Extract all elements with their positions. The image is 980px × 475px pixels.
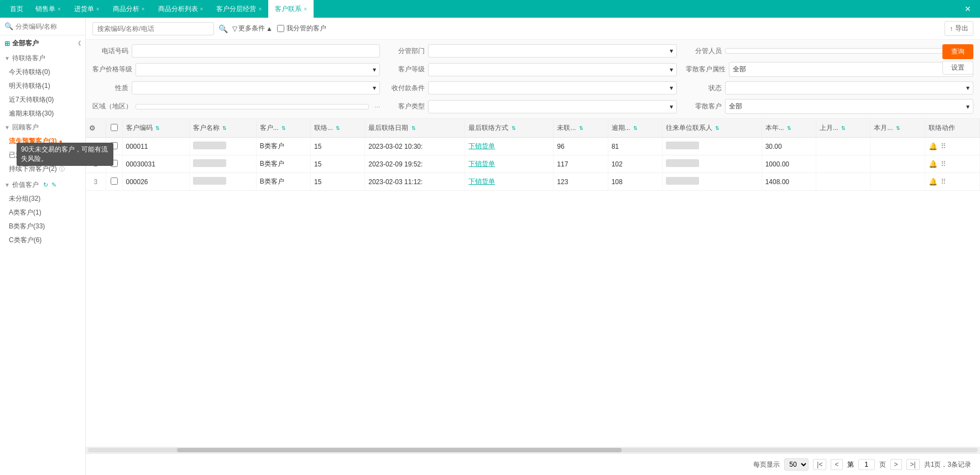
next-page-button[interactable]: > <box>890 459 902 470</box>
sidebar-item-ungrouped[interactable]: 未分组(32) <box>0 192 85 206</box>
col-last-method[interactable]: 最后联络方式 ⇅ <box>465 119 554 138</box>
page-size-select[interactable]: 50 <box>784 458 809 471</box>
filter-status-select[interactable]: ▾ <box>725 81 973 95</box>
filter-region-input[interactable] <box>135 104 369 109</box>
scrollbar-thumb[interactable] <box>177 448 622 452</box>
my-customers-checkbox-label[interactable]: 我分管的客户 <box>277 24 326 33</box>
close-icon[interactable]: × <box>58 6 61 12</box>
row-last-method-3[interactable]: 下销货单 <box>465 173 554 191</box>
sidebar-item-tomorrow-contact[interactable]: 明天待联络(1) <box>0 79 85 93</box>
close-icon[interactable]: × <box>304 6 307 12</box>
more-action-icon[interactable]: ⠿ <box>941 142 946 150</box>
filter-price-grade-select[interactable]: ▾ <box>135 63 380 76</box>
filter-customer-grade-label: 客户等级 <box>389 65 425 74</box>
nav-item-purchase[interactable]: 进货单 × <box>67 0 106 18</box>
collapse-icon[interactable]: 《 <box>75 40 81 48</box>
refresh-icon[interactable]: ↻ <box>43 181 48 189</box>
chevron-down-icon: ▾ <box>966 103 969 111</box>
filter-payment-select[interactable]: ▾ <box>428 81 676 95</box>
filter-retail-attr-select[interactable]: 全部 ▾ <box>729 62 973 77</box>
col-contact-person[interactable]: 往来单位联系人 ⇅ <box>662 119 762 138</box>
col-checkbox[interactable] <box>106 119 122 138</box>
col-not-contacted[interactable]: 未联... ⇅ <box>554 119 608 138</box>
last-page-button[interactable]: >| <box>906 459 920 470</box>
sidebar-item-class-a[interactable]: A类客户(1) <box>0 206 85 220</box>
col-gear[interactable]: ⚙ <box>86 119 106 138</box>
more-action-icon[interactable]: ⠿ <box>941 178 946 186</box>
col-last-date-label: 最后联络日期 <box>368 124 408 132</box>
settings-button[interactable]: 设置 <box>942 61 973 75</box>
col-contact[interactable]: 联络... ⇅ <box>310 119 364 138</box>
col-code[interactable]: 客户编码 ⇅ <box>122 119 189 138</box>
row-checkbox-3[interactable] <box>106 173 122 191</box>
more-region-icon[interactable]: ··· <box>374 103 380 111</box>
nav-item-analysis[interactable]: 商品分析 × <box>106 0 152 18</box>
close-icon[interactable]: × <box>258 6 262 12</box>
nav-item-customer-tier[interactable]: 客户分层经营 × <box>210 0 268 18</box>
more-conditions-button[interactable]: ▽ 更多条件 ▲ <box>232 24 273 33</box>
gear-icon[interactable]: ⚙ <box>89 124 96 132</box>
more-action-icon[interactable]: ⠿ <box>941 160 946 168</box>
sidebar-search-input[interactable] <box>15 23 86 30</box>
filter-customer-type-select[interactable]: ▾ <box>428 100 676 113</box>
sidebar-item-overdue-contact[interactable]: 逾期未联络(30) <box>0 107 85 121</box>
row-contact-2: 15 <box>310 155 364 173</box>
close-window-icon[interactable]: ✕ <box>960 4 976 13</box>
filter-phone-input[interactable] <box>132 44 380 58</box>
section-value-customers[interactable]: ▼ 价值客户 ↻ ✎ <box>0 178 85 192</box>
search-button[interactable]: 🔍 <box>218 24 228 33</box>
close-icon[interactable]: × <box>142 6 145 12</box>
contact-icon[interactable]: 🔔 <box>929 178 937 186</box>
row-type-1: B类客户 <box>256 138 310 155</box>
row-select-checkbox[interactable] <box>111 178 118 185</box>
row-action-3: 🔔 ⠿ <box>925 173 979 191</box>
contact-icon[interactable]: 🔔 <box>929 160 937 168</box>
col-name[interactable]: 客户名称 ⇅ <box>189 119 256 138</box>
grid-icon: ⊞ <box>4 40 10 48</box>
filter-customer-grade-select[interactable]: ▾ <box>428 63 676 76</box>
row-this-year-2: 1000.00 <box>762 155 816 173</box>
nav-item-home[interactable]: 首页 <box>4 0 29 18</box>
row-last-method-2[interactable]: 下销货单 <box>465 155 554 173</box>
chevron-down-icon: ▾ <box>373 84 376 92</box>
horizontal-scrollbar[interactable] <box>86 447 980 453</box>
my-customers-checkbox[interactable] <box>277 25 284 32</box>
first-page-button[interactable]: |< <box>813 459 826 470</box>
col-this-year[interactable]: 本年... ⇅ <box>762 119 816 138</box>
sidebar-item-week-contact[interactable]: 近7天待联络(0) <box>0 93 85 107</box>
contact-icon[interactable]: 🔔 <box>929 142 937 150</box>
col-this-month[interactable]: 本月... ⇅ <box>870 119 925 138</box>
nav-item-sales[interactable]: 销售单 × <box>29 0 67 18</box>
export-button[interactable]: ↑ 导出 <box>945 21 973 36</box>
select-all-checkbox[interactable] <box>111 124 118 131</box>
close-icon[interactable]: × <box>200 6 204 12</box>
row-contact-person-3 <box>662 173 762 191</box>
col-last-month[interactable]: 上月... ⇅ <box>816 119 870 138</box>
col-contact-label: 联络... <box>314 124 333 132</box>
nav-item-customer-contact[interactable]: 客户联系 × <box>268 0 314 18</box>
sidebar-root[interactable]: ⊞ 全部客户 《 <box>0 35 85 51</box>
row-last-method-1[interactable]: 下销货单 <box>465 138 554 155</box>
sidebar-item-class-b[interactable]: B类客户(33) <box>0 220 85 233</box>
col-last-date[interactable]: 最后联络日期 ⇅ <box>365 119 465 138</box>
filter-retail-customer-select[interactable]: 全部 ▾ <box>725 99 973 114</box>
page-number-input[interactable] <box>858 459 875 470</box>
section-pending-contact[interactable]: ▼ 待联络客户 <box>0 51 85 65</box>
section-lost-customers[interactable]: ▼ 回顾客户 <box>0 121 85 134</box>
col-overdue[interactable]: 逾期... ⇅ <box>608 119 662 138</box>
query-button[interactable]: 查询 <box>942 44 973 59</box>
sidebar-item-today-contact[interactable]: 今天待联络(0) <box>0 65 85 79</box>
filter-person-row: 分管人员 ··· 查询 设置 <box>686 44 973 58</box>
scrollbar-track[interactable] <box>88 448 978 452</box>
filter-nature-select[interactable]: ▾ <box>132 81 380 95</box>
filter-dept-select[interactable]: ▾ <box>428 44 676 58</box>
sidebar-item-class-c[interactable]: C类客户(6) <box>0 233 85 247</box>
search-input[interactable] <box>92 22 214 35</box>
edit-icon[interactable]: ✎ <box>51 181 56 189</box>
nav-item-analysis-list[interactable]: 商品分析列表 × <box>152 0 210 18</box>
close-icon[interactable]: × <box>96 6 100 12</box>
filter-person-select[interactable] <box>725 48 962 54</box>
table-header-row: ⚙ 客户编码 ⇅ 客户名称 ⇅ <box>86 119 980 138</box>
prev-page-button[interactable]: < <box>831 459 842 470</box>
col-type[interactable]: 客户... ⇅ <box>256 119 310 138</box>
